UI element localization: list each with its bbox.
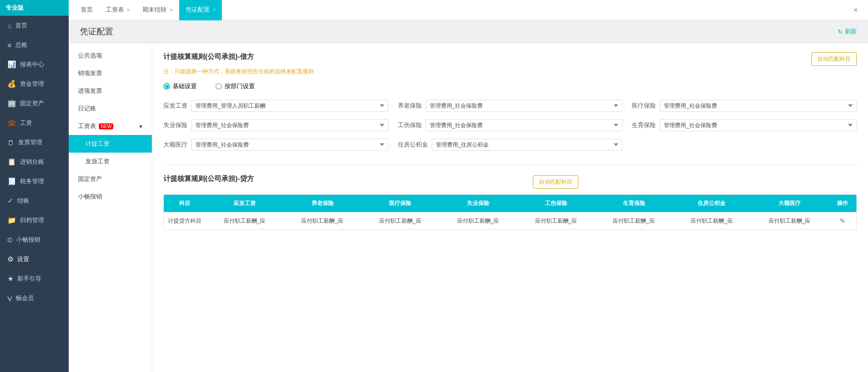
invoice-icon: 🗒 bbox=[7, 139, 14, 147]
refresh-button[interactable]: ↻ 刷新 bbox=[838, 27, 857, 36]
content-area: 公共选项 销项发票 进项发票 日记账 工资表 NEW ▾ 计提工资 发放工资 bbox=[69, 43, 868, 372]
new-badge: NEW bbox=[99, 123, 113, 129]
th-yiliao: 医疗保险 bbox=[362, 195, 440, 212]
credit-auto-match-button[interactable]: 自动匹配科目 bbox=[533, 175, 578, 189]
select-daejiyiliao[interactable]: 管理费用_社会保险费 bbox=[191, 139, 389, 151]
th-action: 操作 bbox=[829, 195, 856, 212]
purchase-icon: 📋 bbox=[7, 158, 16, 166]
sidebar-item-fixed-assets[interactable]: 🏢 固定资产 bbox=[0, 94, 69, 113]
select-zhufang[interactable]: 管理费用_住房公积金 bbox=[432, 139, 623, 151]
left-nav-journal[interactable]: 日记账 bbox=[69, 100, 152, 117]
sidebar-item-xiaochang[interactable]: © 小畅报销 bbox=[0, 230, 69, 250]
credit-header: 计提核算规则(公司承担)-贷方 自动匹配科目 bbox=[163, 174, 857, 190]
td-subject: 计提贷方科目 bbox=[164, 212, 206, 230]
td-shengyu: 应付职工薪酬_应 bbox=[595, 212, 673, 230]
label-shengyu: 生育保险 bbox=[632, 121, 656, 129]
label-daejiyiliao: 大额医疗 bbox=[163, 141, 188, 149]
select-yingfa[interactable]: 管理费用_管理人员职工薪酬 bbox=[191, 100, 389, 112]
window-close-button[interactable]: × bbox=[849, 0, 862, 20]
refresh-icon: ↻ bbox=[838, 28, 843, 35]
radio-basic-circle bbox=[163, 83, 170, 90]
sidebar-item-member[interactable]: V 畅会员 bbox=[0, 289, 69, 308]
fund-icon: 💰 bbox=[7, 80, 16, 88]
td-yiliao: 应付职工薪酬_应 bbox=[362, 212, 440, 230]
sidebar-item-archive[interactable]: 📁 归档管理 bbox=[0, 211, 69, 230]
left-nav-sales-invoice[interactable]: 销项发票 bbox=[69, 64, 152, 82]
tab-home[interactable]: 首页 bbox=[74, 0, 99, 20]
radio-department-circle bbox=[215, 83, 222, 90]
left-nav-accrual-salary[interactable]: 计提工资 bbox=[69, 135, 152, 153]
member-icon: V bbox=[7, 295, 12, 302]
sidebar-item-report-center[interactable]: 📊 报表中心 bbox=[0, 55, 69, 74]
debit-auto-match-button[interactable]: 自动匹配科目 bbox=[811, 52, 857, 66]
sidebar-item-settlement[interactable]: ✓ 结账 bbox=[0, 191, 69, 211]
form-field-yingfa: 应发工资 管理费用_管理人员职工薪酬 bbox=[163, 100, 389, 112]
sidebar-item-fund-management[interactable]: 💰 资金管理 bbox=[0, 74, 69, 94]
sidebar-item-purchase-sales[interactable]: 📋 进销台账 bbox=[0, 152, 69, 172]
xiaochang-icon: © bbox=[7, 236, 13, 244]
sidebar-item-tax[interactable]: 🧾 税务管理 bbox=[0, 172, 69, 191]
sidebar-item-salary[interactable]: 💼 工资 bbox=[0, 113, 69, 133]
home-icon: ⌂ bbox=[7, 22, 12, 30]
radio-basic[interactable]: 基础设置 bbox=[163, 82, 197, 90]
tax-icon: 🧾 bbox=[7, 177, 16, 186]
select-yanglao[interactable]: 管理费用_社会保险费 bbox=[426, 100, 623, 112]
sidebar-item-home[interactable]: ⌂ 首页 bbox=[0, 16, 69, 35]
right-content: 自动匹配科目 计提核算规则(公司承担)-借方 注：只能选择一种方式，系统将按照您… bbox=[152, 43, 868, 372]
form-field-shengyu: 生育保险 管理费用_社会保险费 bbox=[632, 119, 857, 131]
th-yingfa: 应发工资 bbox=[206, 195, 284, 212]
radio-group: 基础设置 按部门设置 bbox=[163, 82, 857, 90]
th-subject: 科目 bbox=[164, 195, 206, 212]
left-nav-pay-salary[interactable]: 发放工资 bbox=[69, 153, 152, 170]
sidebar-item-general-ledger[interactable]: ≡ 总账 bbox=[0, 35, 69, 55]
sidebar: 专业版 ⌂ 首页 ≡ 总账 📊 报表中心 💰 资金管理 🏢 固定资产 💼 工资 … bbox=[0, 0, 69, 372]
debit-section-title: 计提核算规则(公司承担)-借方 bbox=[163, 52, 857, 61]
settlement-icon: ✓ bbox=[7, 197, 13, 205]
credit-table: 科目 应发工资 养老保险 医疗保险 失业保险 工伤保险 生育保险 住房公积金 大… bbox=[163, 194, 857, 230]
select-shengyu[interactable]: 管理费用_社会保险费 bbox=[660, 119, 857, 131]
sidebar-item-invoice[interactable]: 🗒 发票管理 bbox=[0, 133, 69, 152]
tab-period-end[interactable]: 期末结转 × bbox=[136, 0, 179, 20]
tab-voucher-config-close[interactable]: × bbox=[213, 7, 215, 13]
assets-icon: 🏢 bbox=[7, 99, 16, 108]
form-field-yiliao: 医疗保险 管理费用_社会保险费 bbox=[632, 100, 857, 112]
table-header-row: 科目 应发工资 养老保险 医疗保险 失业保险 工伤保险 生育保险 住房公积金 大… bbox=[164, 195, 856, 212]
left-nav-fixed-assets[interactable]: 固定资产 bbox=[69, 170, 152, 188]
th-daejiyiliao: 大额医疗 bbox=[751, 195, 829, 212]
archive-icon: 📁 bbox=[7, 216, 16, 224]
debit-section-note: 注：只能选择一种方式，系统将按照您当前的选择来配置规则 bbox=[163, 68, 857, 76]
credit-section-title: 计提核算规则(公司承担)-贷方 bbox=[163, 174, 254, 183]
form-field-yanglao: 养老保险 管理费用_社会保险费 bbox=[398, 100, 623, 112]
left-nav: 公共选项 销项发票 进项发票 日记账 工资表 NEW ▾ 计提工资 发放工资 bbox=[69, 43, 152, 372]
table-row: 计提贷方科目 应付职工薪酬_应 应付职工薪酬_应 应付职工薪酬_应 应付职工薪酬… bbox=[164, 212, 856, 230]
form-field-shiye: 失业保险 管理费用_社会保险费 bbox=[163, 119, 389, 131]
th-zhufang: 住房公积金 bbox=[673, 195, 751, 212]
debit-form-row-3: 大额医疗 管理费用_社会保险费 住房公积金 管理费用_住房公积金 bbox=[163, 139, 857, 151]
tab-period-end-close[interactable]: × bbox=[169, 7, 172, 13]
radio-department[interactable]: 按部门设置 bbox=[215, 82, 255, 90]
sidebar-item-guide[interactable]: ★ 新手引导 bbox=[0, 269, 69, 289]
left-nav-payroll-sheet[interactable]: 工资表 NEW ▾ bbox=[69, 117, 152, 135]
td-action-edit[interactable]: ✎ bbox=[829, 212, 856, 230]
td-zhufang: 应付职工薪酬_应 bbox=[673, 212, 751, 230]
tab-payroll-close[interactable]: × bbox=[127, 7, 130, 13]
sidebar-item-settings[interactable]: ⚙ 设置 bbox=[0, 250, 69, 269]
credit-section: 计提核算规则(公司承担)-贷方 自动匹配科目 科目 应发工资 养老保险 医疗保险… bbox=[163, 174, 857, 230]
form-field-gongshang: 工伤保险 管理费用_社会保险费 bbox=[398, 119, 623, 131]
left-nav-xiaochang-report[interactable]: 小畅报销 bbox=[69, 188, 152, 205]
select-gongshang[interactable]: 管理费用_社会保险费 bbox=[426, 119, 623, 131]
label-yiliao: 医疗保险 bbox=[632, 102, 656, 110]
section-divider bbox=[163, 165, 857, 165]
left-nav-public-options[interactable]: 公共选项 bbox=[69, 47, 152, 64]
label-yingfa: 应发工资 bbox=[163, 102, 188, 110]
tab-voucher-config[interactable]: 凭证配置 × bbox=[179, 0, 222, 20]
settings-icon: ⚙ bbox=[7, 255, 13, 263]
label-zhufang: 住房公积金 bbox=[398, 141, 428, 149]
main-area: 首页 工资表 × 期末结转 × 凭证配置 × × 凭证配置 ↻ 刷新 公共选项 bbox=[69, 0, 868, 372]
left-nav-purchase-invoice[interactable]: 进项发票 bbox=[69, 82, 152, 100]
label-yanglao: 养老保险 bbox=[398, 102, 422, 110]
tab-payroll[interactable]: 工资表 × bbox=[99, 0, 136, 20]
select-yiliao[interactable]: 管理费用_社会保险费 bbox=[660, 100, 857, 112]
expand-icon: ▾ bbox=[139, 123, 143, 130]
select-shiye[interactable]: 管理费用_社会保险费 bbox=[191, 119, 389, 131]
